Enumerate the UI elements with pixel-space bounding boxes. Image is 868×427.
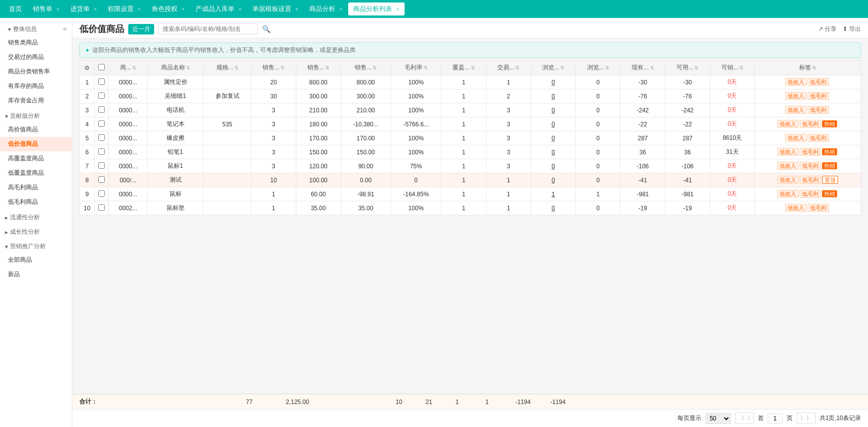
row-browse1[interactable]: 0 bbox=[531, 145, 576, 159]
row-checkbox-cell[interactable] bbox=[95, 173, 109, 187]
browse1-link[interactable]: 0 bbox=[552, 149, 555, 156]
sidebar-group-marketing[interactable]: ▾ 营销推广分析 bbox=[0, 238, 72, 253]
row-checkbox[interactable] bbox=[98, 106, 105, 113]
row-checkbox-cell[interactable] bbox=[95, 159, 109, 173]
nav-permissions[interactable]: 权限设置 × bbox=[103, 2, 146, 15]
row-checkbox[interactable] bbox=[98, 162, 105, 169]
row-browse1[interactable]: 0 bbox=[531, 117, 576, 131]
row-browse1[interactable]: 0 bbox=[531, 75, 576, 89]
nav-role-auth[interactable]: 角色授权 × bbox=[147, 2, 190, 15]
row-sales-amount: 210.00 bbox=[296, 103, 341, 117]
row-checkbox-cell[interactable] bbox=[95, 145, 109, 159]
browse1-link[interactable]: 0 bbox=[552, 79, 555, 86]
search-icon[interactable]: 🔍 bbox=[262, 25, 270, 33]
row-browse1[interactable]: 0 bbox=[531, 103, 576, 117]
nav-home[interactable]: 首页 bbox=[4, 2, 27, 15]
close-icon[interactable]: × bbox=[94, 6, 97, 12]
search-input[interactable] bbox=[158, 23, 258, 34]
browse1-link[interactable]: 1 bbox=[552, 191, 555, 198]
sidebar-item-high-coverage[interactable]: 高覆盖度商品 bbox=[0, 151, 72, 166]
sidebar-item-traded-products[interactable]: 交易过的商品 bbox=[0, 50, 72, 64]
row-checkbox[interactable] bbox=[98, 120, 105, 127]
pagination-bar: 每页显示 50 100 200 〈〈 首 页 〉〉 共1页,10条记录 bbox=[72, 409, 868, 427]
row-checkbox-cell[interactable] bbox=[95, 75, 109, 89]
nav-product-analysis[interactable]: 商品分析 × bbox=[304, 2, 347, 15]
export-button[interactable]: ⬆ 导出 bbox=[843, 25, 861, 33]
row-checkbox[interactable] bbox=[98, 92, 105, 99]
row-saleable-days: 0天 bbox=[710, 75, 755, 89]
row-browse1[interactable]: 1 bbox=[531, 187, 576, 201]
sidebar-group-circulation-label: 流通性分析 bbox=[10, 213, 40, 222]
page-number-input[interactable] bbox=[768, 414, 783, 424]
row-browse1[interactable]: 0 bbox=[531, 173, 576, 187]
first-page-button[interactable]: 〈〈 bbox=[735, 413, 754, 424]
row-browse1[interactable]: 0 bbox=[531, 201, 576, 215]
sidebar-item-new-products[interactable]: 新品 bbox=[0, 267, 72, 282]
row-sales-amount: 800.00 bbox=[296, 75, 341, 89]
settings-icon[interactable]: ⚙ bbox=[84, 64, 90, 71]
browse1-link[interactable]: 0 bbox=[552, 93, 555, 100]
row-checkbox-cell[interactable] bbox=[95, 201, 109, 215]
sidebar-item-all-products[interactable]: 全部商品 bbox=[0, 253, 72, 267]
nav-product-analysis-list[interactable]: 商品分析列表 × bbox=[348, 2, 404, 15]
row-checkbox[interactable] bbox=[98, 148, 105, 155]
sidebar-group-growth[interactable]: ▸ 成长性分析 bbox=[0, 224, 72, 238]
filter-tag-button[interactable]: 近一月 bbox=[128, 24, 154, 34]
nav-purchase-order[interactable]: 进货单 × bbox=[65, 2, 102, 15]
nav-product-warehouse[interactable]: 产成品入库单 × bbox=[191, 2, 246, 15]
row-checkbox-cell[interactable] bbox=[95, 89, 109, 103]
sidebar-item-high-margin[interactable]: 高毛利商品 bbox=[0, 180, 72, 195]
product-tag: 低收入 bbox=[777, 162, 799, 170]
close-icon[interactable]: × bbox=[138, 6, 141, 12]
sidebar-item-sales-products[interactable]: 销售类商品 bbox=[0, 35, 72, 50]
row-sales-profit: 150.00 bbox=[341, 145, 391, 159]
row-checkbox-cell[interactable] bbox=[95, 117, 109, 131]
checkbox-col-header[interactable] bbox=[95, 60, 109, 75]
sidebar-item-stock-capital[interactable]: 库存资金占用 bbox=[0, 93, 72, 108]
browse1-link[interactable]: 0 bbox=[552, 121, 555, 128]
sidebar-group-overall[interactable]: ▾ 整体信息 bbox=[3, 21, 42, 35]
row-checkbox[interactable] bbox=[98, 204, 105, 211]
row-checkbox-cell[interactable] bbox=[95, 103, 109, 117]
row-transaction: 3 bbox=[486, 131, 531, 145]
row-checkbox-cell[interactable] bbox=[95, 187, 109, 201]
product-tag: 低收入 bbox=[785, 78, 807, 86]
close-icon[interactable]: × bbox=[295, 6, 298, 12]
browse1-link[interactable]: 0 bbox=[552, 163, 555, 170]
close-icon[interactable]: × bbox=[238, 6, 241, 12]
row-checkbox[interactable] bbox=[98, 190, 105, 197]
sidebar-item-low-coverage[interactable]: 低覆盖度商品 bbox=[0, 166, 72, 180]
row-code: 0000... bbox=[109, 89, 148, 103]
row-browse1[interactable]: 0 bbox=[531, 159, 576, 173]
close-icon[interactable]: × bbox=[182, 6, 185, 12]
browse1-link[interactable]: 0 bbox=[552, 135, 555, 142]
sidebar-item-category-sales-rate[interactable]: 商品分类销售率 bbox=[0, 64, 72, 79]
settings-col-header[interactable]: ⚙ bbox=[80, 60, 95, 75]
row-browse1[interactable]: 0 bbox=[531, 131, 576, 145]
row-checkbox-cell[interactable] bbox=[95, 131, 109, 145]
sidebar-item-low-margin[interactable]: 低毛利商品 bbox=[0, 195, 72, 209]
row-checkbox[interactable] bbox=[98, 78, 105, 85]
per-page-select[interactable]: 50 100 200 bbox=[705, 413, 731, 424]
browse1-link[interactable]: 0 bbox=[552, 107, 555, 114]
sidebar-item-low-value[interactable]: 低价值商品 bbox=[0, 137, 72, 151]
close-icon[interactable]: × bbox=[396, 6, 399, 12]
footer-browse1: 1 bbox=[455, 399, 485, 406]
sidebar-group-circulation[interactable]: ▸ 流通性分析 bbox=[0, 209, 72, 224]
browse1-link[interactable]: 0 bbox=[552, 205, 555, 212]
collapse-icon[interactable]: « bbox=[61, 23, 69, 33]
share-button[interactable]: ↗ 分享 bbox=[818, 25, 837, 33]
close-icon[interactable]: × bbox=[339, 6, 342, 12]
row-checkbox[interactable] bbox=[98, 134, 105, 141]
row-browse1[interactable]: 0 bbox=[531, 89, 576, 103]
sidebar-group-contribution[interactable]: ▾ 贡献值分析 bbox=[0, 108, 72, 122]
nav-sales-order[interactable]: 销售单 × bbox=[28, 2, 64, 15]
close-icon[interactable]: × bbox=[56, 6, 59, 12]
select-all-checkbox[interactable] bbox=[98, 64, 105, 70]
sidebar-item-high-value[interactable]: 高价值商品 bbox=[0, 122, 72, 137]
next-page-button[interactable]: 〉〉 bbox=[797, 413, 816, 424]
row-checkbox[interactable] bbox=[98, 176, 105, 183]
browse1-link[interactable]: 0 bbox=[552, 177, 555, 184]
sidebar-item-stocked-products[interactable]: 有库存的商品 bbox=[0, 79, 72, 93]
nav-template-settings[interactable]: 单据模板设置 × bbox=[247, 2, 303, 15]
